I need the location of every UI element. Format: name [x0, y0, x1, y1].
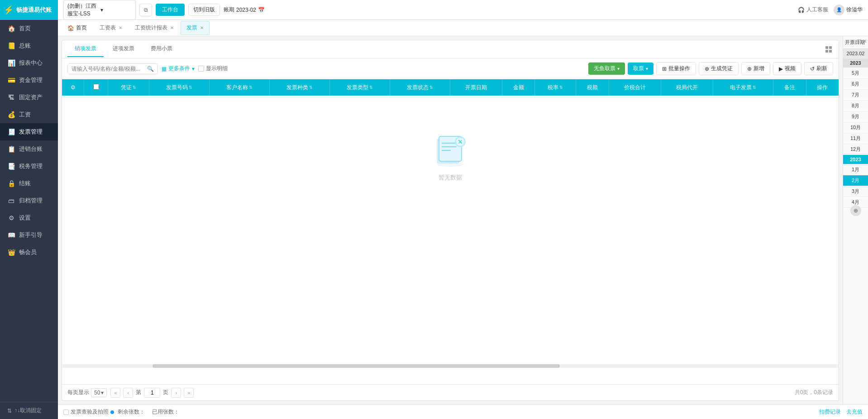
col-invoice-type[interactable]: 发票种类 ⇅	[269, 79, 329, 96]
company-selector[interactable]: (勿删）江西服宝-LSS ▾	[63, 0, 136, 20]
new-button[interactable]: ⊕ 新增	[741, 62, 770, 75]
pin-toggle[interactable]: ⇅ ↑↓取消固定	[0, 402, 58, 419]
col-invoice-category[interactable]: 发票类型 ⇅	[329, 79, 390, 96]
date-month-2-active[interactable]: 2月	[843, 175, 868, 186]
col-invoice-status[interactable]: 发票状态 ⇅	[390, 79, 450, 96]
take-ticket-button[interactable]: 取票 ▾	[628, 63, 653, 75]
col-tax-total[interactable]: 价税合计	[609, 79, 661, 96]
date-month-10[interactable]: 10月	[843, 122, 868, 133]
date-month-9[interactable]: 9月	[843, 111, 868, 122]
page-size-select[interactable]: 每页显示 50 ▾	[67, 388, 107, 397]
sidebar-item-reports[interactable]: 📊 报表中心	[0, 54, 58, 72]
tab-payroll-table[interactable]: 工资表 ✕	[94, 21, 128, 35]
guide-icon: 📖	[7, 231, 15, 239]
col-invoice-no[interactable]: 发票号码 ⇅	[149, 79, 209, 96]
col-open-date[interactable]: 开票日期	[450, 79, 502, 96]
date-year-2023-header[interactable]: 2023	[843, 58, 868, 68]
sidebar-item-sales[interactable]: 📋 进销台账	[0, 140, 58, 158]
close-panel-icon[interactable]: ✕	[863, 38, 867, 44]
col-checkbox[interactable]	[84, 79, 108, 96]
table-header: ⚙ 凭证 ⇅ 发票号码 ⇅	[62, 79, 839, 96]
col-amount[interactable]: 金额	[502, 79, 535, 96]
customer-service-button[interactable]: 🎧 人工客服	[798, 6, 828, 14]
sidebar-item-home[interactable]: 🏠 首页	[0, 20, 58, 37]
show-detail-label: 显示明细	[206, 65, 228, 72]
no-ticket-button[interactable]: 无鱼取票 ▾	[588, 63, 625, 75]
col-e-invoice[interactable]: 电子发票 ⇅	[713, 79, 773, 96]
filter-arrow: ▾	[192, 66, 195, 72]
show-detail-toggle[interactable]: 显示明细	[198, 65, 228, 72]
deduction-record-link[interactable]: 扣费记录	[819, 408, 841, 416]
scroll-thumb[interactable]	[153, 364, 560, 368]
batch-ops-button[interactable]: ⊞ 批量操作	[656, 62, 696, 75]
horizontal-scrollbar[interactable]	[62, 364, 839, 368]
more-filter-button[interactable]: ▦ 更多条件 ▾	[162, 65, 195, 72]
tabbar: 🏠 首页 工资表 ✕ 工资统计报表 ✕ 发票 ✕	[58, 20, 868, 36]
col-tax[interactable]: 税额	[576, 79, 609, 96]
col-customer[interactable]: 客户名称 ⇅	[209, 79, 269, 96]
date-month-1[interactable]: 1月	[843, 164, 868, 175]
panel-scroll-down-button[interactable]: ⊕	[850, 205, 861, 216]
col-note[interactable]: 备注	[773, 79, 806, 96]
select-all-checkbox[interactable]	[93, 84, 99, 90]
tab-invoice-mgmt[interactable]: 发票 ✕	[181, 21, 210, 35]
reports-icon: 📊	[7, 59, 15, 67]
sidebar-item-fixed-assets[interactable]: 🏗 固定资产	[0, 89, 58, 106]
next-page-button[interactable]: ›	[171, 388, 181, 398]
workbench-button[interactable]: 工作台	[156, 4, 185, 16]
sidebar-item-ledger[interactable]: 📒 总账	[0, 37, 58, 54]
sidebar-item-label: 报表中心	[19, 59, 43, 67]
search-box[interactable]: 🔍	[67, 63, 158, 74]
sort-icon: ⇅	[133, 85, 136, 90]
tab-payroll-table-close[interactable]: ✕	[119, 25, 122, 30]
col-tax-code[interactable]: 税局代开	[661, 79, 713, 96]
prev-page-button[interactable]: ‹	[123, 388, 133, 398]
sidebar-item-invoice[interactable]: 🧾 发票管理	[0, 123, 58, 140]
grid-view-icon[interactable]	[824, 45, 833, 54]
sidebar-item-guide[interactable]: 📖 新手引导	[0, 226, 58, 244]
last-page-button[interactable]: »	[184, 388, 194, 398]
user-profile-button[interactable]: 👤 徐溢华	[834, 5, 863, 15]
calendar-icon: 📅	[258, 7, 265, 13]
subtab-sales[interactable]: 销项发票	[67, 41, 104, 57]
sidebar-item-tax[interactable]: 📑 税务管理	[0, 158, 58, 175]
verify-checkbox[interactable]	[63, 409, 69, 415]
tab-home[interactable]: 🏠 首页	[62, 21, 93, 35]
date-month-6[interactable]: 6月	[843, 79, 868, 90]
tab-invoice-mgmt-close[interactable]: ✕	[200, 25, 204, 30]
show-detail-checkbox[interactable]	[198, 66, 204, 72]
date-month-7[interactable]: 7月	[843, 90, 868, 101]
date-month-3[interactable]: 3月	[843, 186, 868, 197]
page-input[interactable]	[144, 388, 160, 398]
recharge-link[interactable]: 去充值	[846, 408, 863, 416]
video-button[interactable]: ▶ 视频	[773, 62, 801, 75]
date-month-8[interactable]: 8月	[843, 101, 868, 111]
tab-payroll-stats-close[interactable]: ✕	[170, 25, 174, 30]
copy-button[interactable]: ⧉	[139, 4, 152, 16]
date-month-5[interactable]: 5月	[843, 68, 868, 79]
date-month-11[interactable]: 11月	[843, 133, 868, 144]
subtab-purchase[interactable]: 进项发票	[105, 41, 142, 57]
sidebar-item-payroll[interactable]: 💰 工资	[0, 106, 58, 123]
refresh-button[interactable]: ↺ 刷新	[804, 62, 833, 75]
date-month-12[interactable]: 12月	[843, 144, 868, 155]
sidebar-item-archive[interactable]: 🗃 归档管理	[0, 192, 58, 209]
sidebar-item-closing[interactable]: 🔒 结账	[0, 175, 58, 192]
generate-voucher-button[interactable]: ⊕ 生成凭证	[699, 62, 739, 75]
search-input[interactable]	[72, 66, 145, 72]
first-page-button[interactable]: «	[110, 388, 120, 398]
subtab-expense[interactable]: 费用小票	[143, 41, 180, 57]
switch-version-button[interactable]: 切到旧版	[188, 4, 220, 16]
sidebar-item-funds[interactable]: 💳 资金管理	[0, 72, 58, 89]
tab-payroll-stats[interactable]: 工资统计报表 ✕	[129, 21, 180, 35]
sidebar-item-member[interactable]: 👑 畅会员	[0, 244, 58, 261]
sidebar-item-settings[interactable]: ⚙ 设置	[0, 209, 58, 226]
date-item-prev[interactable]: 2023.02	[843, 49, 868, 58]
col-tax-rate[interactable]: 税率 ⇅	[535, 79, 576, 96]
expand-icon[interactable]: ⊡	[857, 38, 862, 44]
date-year-2023-current[interactable]: 2023	[843, 155, 868, 164]
page-size-value[interactable]: 50 ▾	[91, 388, 107, 397]
col-settings[interactable]: ⚙	[62, 79, 84, 96]
empty-state: 暂无数据	[62, 96, 839, 218]
col-voucher[interactable]: 凭证 ⇅	[108, 79, 149, 96]
